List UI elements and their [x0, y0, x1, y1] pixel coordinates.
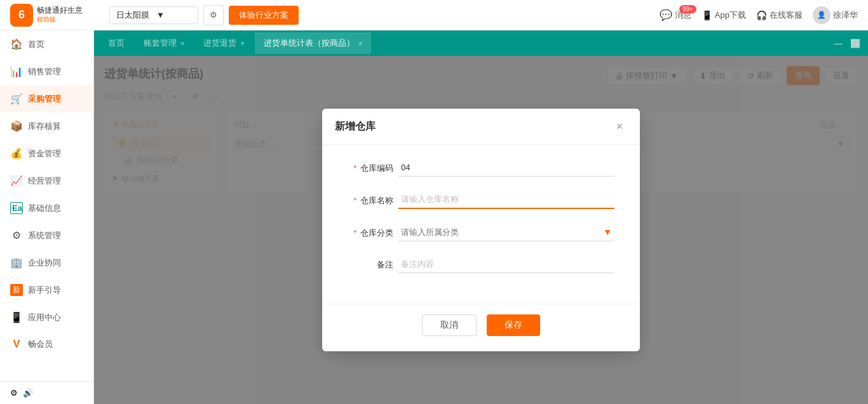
- name-label: * 仓库名称: [348, 195, 398, 206]
- messages-button[interactable]: 💬 99+ 消息: [660, 9, 691, 21]
- tab-account-label: 账套管理: [144, 37, 177, 49]
- tab-minimize-icon[interactable]: —: [832, 36, 845, 51]
- sidebar-item-sales[interactable]: 📊 销售管理: [0, 58, 93, 85]
- modal-close-button[interactable]: ×: [612, 119, 627, 134]
- guide-icon: 新: [10, 284, 23, 296]
- tab-home[interactable]: 首页: [99, 32, 133, 54]
- sidebar-item-operations[interactable]: 📈 经营管理: [0, 167, 93, 194]
- category-chevron-icon: ▼: [603, 227, 612, 237]
- sidebar-label-basic-info: 基础信息: [28, 203, 61, 214]
- tab-bar: 首页 账套管理 × 进货退货 × 进货单统计表（按商品） × — ⬜: [94, 30, 868, 56]
- home-icon: 🏠: [10, 38, 23, 50]
- modal-new-warehouse: 新增仓库 × * 仓库编码: [322, 109, 640, 351]
- sidebar-item-home[interactable]: 🏠 首页: [0, 30, 93, 58]
- tab-account[interactable]: 账套管理 ×: [135, 32, 193, 54]
- form-row-category: * 仓库分类 ▼: [348, 224, 614, 241]
- vip-icon: V: [10, 339, 23, 350]
- sidebar-item-system[interactable]: ⚙ 系统管理: [0, 222, 93, 249]
- sidebar-label-enterprise: 企业协同: [28, 257, 61, 269]
- sidebar-item-appstore[interactable]: 📱 应用中心: [0, 304, 93, 331]
- modal-title: 新增仓库: [335, 120, 376, 133]
- app-download-button[interactable]: 📱 App下载: [702, 10, 746, 21]
- online-service-button[interactable]: 🎧 在线客服: [756, 10, 803, 21]
- tab-purchase-return-label: 进货退货: [203, 37, 236, 49]
- tab-maximize-icon[interactable]: ⬜: [848, 36, 863, 51]
- modal-footer: 取消 保存: [322, 304, 640, 351]
- chevron-down-icon: ▼: [156, 10, 191, 20]
- store-selector[interactable]: 日太阳膜 ▼: [109, 6, 198, 24]
- cancel-button[interactable]: 取消: [422, 314, 477, 336]
- modal-body: * 仓库编码 * 仓库名称: [322, 145, 640, 304]
- tab-home-label: 首页: [108, 37, 125, 49]
- tab-purchase-stats-close[interactable]: ×: [358, 39, 362, 47]
- sidebar-label-guide: 新手引导: [28, 285, 61, 296]
- warehouse-code-input[interactable]: [398, 160, 614, 177]
- user-profile[interactable]: 👤 徐泽华: [813, 6, 858, 24]
- tab-purchase-return-close[interactable]: ×: [240, 39, 244, 47]
- avatar: 👤: [813, 6, 831, 24]
- logo-icon: 6: [10, 4, 33, 27]
- store-name: 日太阳膜: [116, 10, 151, 21]
- required-star-3: *: [353, 228, 356, 238]
- sidebar-bottom: ⚙ 🔊: [0, 381, 93, 404]
- page-content: 进货单统计(按商品) 🖨 按模板打印 ▼ ⬇ 导出 ↺ 刷新: [94, 56, 868, 404]
- finance-icon: 💰: [10, 147, 23, 159]
- sidebar-label-system: 系统管理: [28, 230, 61, 241]
- sidebar-label-home: 首页: [28, 39, 44, 50]
- sound-icon[interactable]: 🔊: [23, 388, 33, 398]
- code-label: * 仓库编码: [348, 163, 398, 174]
- purchase-icon: 🛒: [10, 93, 23, 105]
- sidebar-label-operations: 经营管理: [28, 175, 61, 187]
- sidebar-item-guide[interactable]: 新 新手引导: [0, 276, 93, 304]
- save-button[interactable]: 保存: [487, 314, 540, 336]
- form-row-code: * 仓库编码: [348, 160, 614, 177]
- settings-button[interactable]: ⚙: [203, 5, 224, 25]
- notes-input[interactable]: [398, 257, 614, 273]
- category-label: * 仓库分类: [348, 227, 398, 239]
- trial-button[interactable]: 体验行业方案: [229, 6, 299, 25]
- sidebar-item-finance[interactable]: 💰 资金管理: [0, 140, 93, 167]
- notes-label: 备注: [348, 259, 398, 271]
- topbar-right: 💬 99+ 消息 📱 App下载 🎧 在线客服 👤 徐泽华: [660, 6, 858, 24]
- sidebar-item-vip[interactable]: V 畅会员: [0, 331, 93, 358]
- logo-text: 畅捷通好生意: [37, 6, 83, 16]
- category-select[interactable]: ▼: [398, 224, 614, 241]
- system-icon: ⚙: [10, 229, 23, 241]
- logo-area: 6 畅捷通好生意 精简版: [10, 4, 104, 27]
- form-row-name: * 仓库名称: [348, 192, 614, 209]
- modal-header: 新增仓库 ×: [322, 109, 640, 145]
- logo-badge: 精简版: [37, 15, 83, 24]
- user-name: 徐泽华: [833, 10, 858, 21]
- sidebar-item-inventory[interactable]: 📦 库存核算: [0, 112, 93, 140]
- inventory-icon: 📦: [10, 120, 23, 132]
- operations-icon: 📈: [10, 175, 23, 187]
- warehouse-name-input[interactable]: [398, 192, 614, 209]
- modal-overlay: 新增仓库 × * 仓库编码: [94, 56, 868, 404]
- sidebar-item-basic-info[interactable]: Ea 基础信息: [0, 194, 93, 222]
- content-area: 首页 账套管理 × 进货退货 × 进货单统计表（按商品） × — ⬜ 进货单统计…: [94, 30, 868, 404]
- sidebar: 🏠 首页 📊 销售管理 🛒 采购管理 📦 库存核算 💰 资金管理 📈 经营管理 …: [0, 30, 94, 404]
- sidebar-label-inventory: 库存核算: [28, 121, 61, 132]
- sidebar-item-enterprise[interactable]: 🏢 企业协同: [0, 249, 93, 276]
- sidebar-label-purchase: 采购管理: [28, 93, 61, 105]
- sidebar-label-sales: 销售管理: [28, 66, 61, 77]
- enterprise-icon: 🏢: [10, 257, 23, 269]
- sales-icon: 📊: [10, 65, 23, 77]
- settings-bottom-icon[interactable]: ⚙: [10, 388, 18, 398]
- category-input[interactable]: [401, 227, 603, 237]
- tab-account-close[interactable]: ×: [180, 39, 184, 47]
- basic-info-icon: Ea: [10, 202, 23, 214]
- required-star: *: [353, 163, 356, 173]
- sidebar-label-vip: 畅会员: [28, 339, 53, 350]
- tab-bar-right: — ⬜: [832, 36, 863, 51]
- required-star-2: *: [353, 196, 356, 205]
- tab-purchase-stats[interactable]: 进货单统计表（按商品） ×: [255, 32, 371, 54]
- sidebar-item-purchase[interactable]: 🛒 采购管理: [0, 85, 93, 112]
- tab-purchase-stats-label: 进货单统计表（按商品）: [264, 37, 355, 49]
- appstore-icon: 📱: [10, 311, 23, 323]
- tab-purchase-return[interactable]: 进货退货 ×: [194, 32, 253, 54]
- topbar: 6 畅捷通好生意 精简版 日太阳膜 ▼ ⚙ 体验行业方案 💬 99+ 消息 📱 …: [0, 0, 868, 30]
- sidebar-label-appstore: 应用中心: [28, 312, 61, 323]
- form-row-notes: 备注: [348, 257, 614, 273]
- badge: 99+: [679, 5, 696, 13]
